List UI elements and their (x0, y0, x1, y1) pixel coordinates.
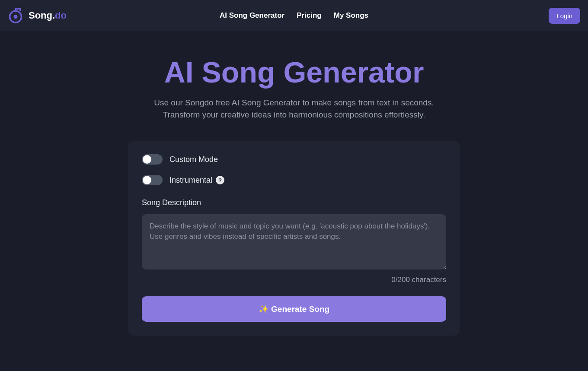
generator-form-card: Custom Mode Instrumental ? Song Descript… (128, 141, 460, 336)
toggle-knob (143, 176, 151, 184)
song-description-input[interactable] (142, 214, 446, 270)
instrumental-toggle[interactable] (142, 175, 163, 185)
instrumental-row: Instrumental ? (142, 175, 446, 185)
toggle-knob (143, 155, 151, 164)
help-icon[interactable]: ? (216, 176, 224, 184)
hero-section: AI Song Generator Use our Songdo free AI… (0, 31, 588, 120)
generate-song-button[interactable]: ✨ Generate Song (142, 296, 446, 322)
page-subtitle: Use our Songdo free AI Song Generator to… (0, 97, 588, 120)
music-disc-icon (8, 8, 23, 23)
song-description-label: Song Description (142, 198, 446, 207)
custom-mode-toggle[interactable] (142, 154, 163, 165)
nav-center: AI Song Generator Pricing My Songs (220, 11, 368, 20)
logo-text: Song.do (29, 10, 67, 21)
header: Song.do AI Song Generator Pricing My Son… (0, 0, 588, 31)
nav-pricing[interactable]: Pricing (297, 11, 322, 20)
svg-point-1 (14, 15, 18, 19)
login-button[interactable]: Login (549, 8, 580, 24)
instrumental-label: Instrumental ? (169, 176, 224, 185)
page-title: AI Song Generator (0, 55, 588, 89)
logo-section[interactable]: Song.do (8, 8, 67, 23)
custom-mode-row: Custom Mode (142, 154, 446, 165)
nav-my-songs[interactable]: My Songs (334, 11, 368, 20)
nav-ai-song-generator[interactable]: AI Song Generator (220, 11, 284, 20)
char-count: 0/200 characters (142, 276, 446, 284)
custom-mode-label: Custom Mode (169, 155, 218, 164)
